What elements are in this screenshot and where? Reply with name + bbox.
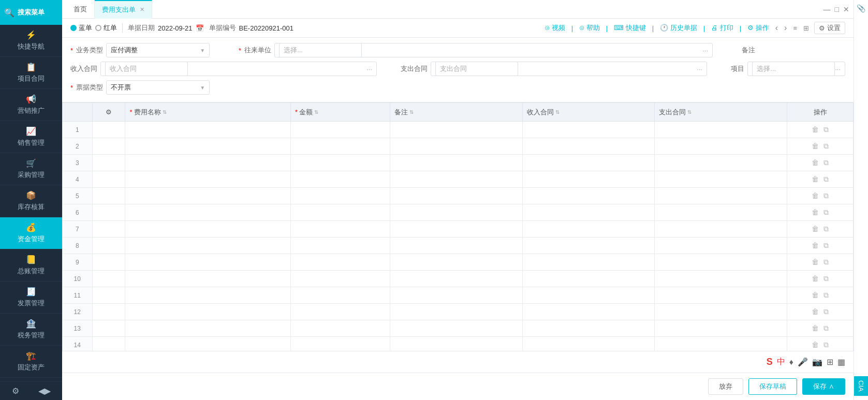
volume-icon[interactable]: ◀▶ [38, 386, 51, 396]
sidebar-item-marketing[interactable]: 📢 营销推广 [0, 89, 62, 121]
copy-icon[interactable]: ⧉ [823, 274, 829, 283]
discard-button[interactable]: 放弃 [708, 378, 743, 395]
row-expense[interactable] [655, 304, 787, 320]
table-row[interactable]: 4 🗑 ⧉ [63, 171, 854, 188]
brand-s-icon[interactable]: S [767, 357, 773, 367]
help-btn[interactable]: ⊙ 帮助 [579, 23, 600, 33]
tab-expense[interactable]: 费用支出单 ✕ [95, 0, 152, 19]
row-amount[interactable] [291, 155, 390, 171]
video-btn[interactable]: ⊙ 视频 [545, 23, 565, 33]
attachment-icon[interactable]: 📎 [857, 4, 865, 12]
copy-icon[interactable]: ⧉ [823, 307, 829, 316]
copy-icon[interactable]: ⧉ [823, 225, 829, 233]
biz-type-input[interactable]: 应付调整 ▼ [106, 43, 210, 57]
settings-icon[interactable]: ⚙ [12, 386, 19, 396]
row-income[interactable] [522, 304, 655, 320]
calendar-icon[interactable]: 📅 [196, 24, 204, 32]
row-expense[interactable] [655, 238, 787, 254]
row-remark[interactable] [390, 238, 522, 254]
zhong-icon[interactable]: 中 [777, 357, 785, 367]
row-amount[interactable] [291, 204, 390, 221]
row-name[interactable] [125, 221, 291, 238]
row-remark[interactable] [390, 254, 522, 271]
copy-icon[interactable]: ⧉ [823, 324, 829, 332]
expense-contract-input[interactable]: 支出合同 ··· [431, 62, 707, 76]
delete-icon[interactable]: 🗑 [812, 175, 819, 183]
shortcut-btn[interactable]: ⌨ 快捷键 [614, 23, 646, 33]
row-remark[interactable] [390, 171, 522, 188]
tab-close-icon[interactable]: ✕ [140, 6, 144, 13]
tab-home[interactable]: 首页 [66, 0, 95, 19]
view-grid-btn[interactable]: ⊞ [803, 24, 809, 32]
copy-icon[interactable]: ⧉ [823, 158, 829, 167]
row-remark[interactable] [390, 155, 522, 171]
row-name[interactable] [125, 188, 291, 204]
row-income[interactable] [522, 155, 655, 171]
nav-prev-btn[interactable]: ‹ [775, 23, 778, 33]
project-input[interactable]: 选择... ··· [747, 62, 845, 76]
copy-icon[interactable]: ⧉ [823, 191, 829, 200]
copy-icon[interactable]: ⧉ [823, 340, 829, 349]
row-remark[interactable] [390, 304, 522, 320]
copy-icon[interactable]: ⧉ [823, 125, 829, 134]
sidebar-item-assets[interactable]: 🏗️ 固定资产 [0, 346, 62, 378]
row-expense[interactable] [655, 204, 787, 221]
row-name[interactable] [125, 320, 291, 337]
maximize-button[interactable]: □ [835, 5, 839, 13]
setting-button[interactable]: ⚙ 设置 [814, 22, 845, 34]
row-name[interactable] [125, 122, 291, 138]
nav-next-btn[interactable]: › [784, 23, 787, 33]
row-expense[interactable] [655, 254, 787, 271]
delete-icon[interactable]: 🗑 [812, 258, 819, 266]
table-row[interactable]: 12 🗑 ⧉ [63, 304, 854, 320]
delete-icon[interactable]: 🗑 [812, 208, 819, 216]
operate-btn[interactable]: ⚙ 操作 [747, 23, 769, 33]
row-remark[interactable] [390, 221, 522, 238]
row-remark[interactable] [390, 337, 522, 351]
row-income[interactable] [522, 171, 655, 188]
sidebar-item-purchase[interactable]: 🛒 采购管理 [0, 153, 62, 185]
row-name[interactable] [125, 287, 291, 304]
row-name[interactable] [125, 304, 291, 320]
row-name[interactable] [125, 204, 291, 221]
row-expense[interactable] [655, 188, 787, 204]
row-income[interactable] [522, 122, 655, 138]
col-amount-header[interactable]: * 金额 ⇅ [291, 103, 390, 122]
row-income[interactable] [522, 221, 655, 238]
row-income[interactable] [522, 188, 655, 204]
delete-icon[interactable]: 🗑 [812, 158, 819, 167]
invoice-type-input[interactable]: 不开票 ▼ [106, 80, 210, 95]
table-row[interactable]: 9 🗑 ⧉ [63, 254, 854, 271]
row-income[interactable] [522, 254, 655, 271]
row-amount[interactable] [291, 304, 390, 320]
expense-dots[interactable]: ··· [697, 65, 702, 73]
row-amount[interactable] [291, 221, 390, 238]
income-dots[interactable]: ··· [366, 65, 372, 73]
row-name[interactable] [125, 271, 291, 287]
row-expense[interactable] [655, 221, 787, 238]
copy-icon[interactable]: ⧉ [823, 208, 829, 216]
camera-icon[interactable]: 📷 [812, 357, 822, 367]
col-remark-header[interactable]: 备注 ⇅ [390, 103, 522, 122]
table-row[interactable]: 5 🗑 ⧉ [63, 188, 854, 204]
income-contract-input[interactable]: 收入合同 ··· [100, 62, 377, 76]
delete-icon[interactable]: 🗑 [812, 340, 819, 349]
row-name[interactable] [125, 337, 291, 351]
col-name-header[interactable]: * 费用名称 ⇅ [125, 103, 291, 122]
blue-radio[interactable]: 蓝单 [70, 23, 92, 33]
row-expense[interactable] [655, 171, 787, 188]
table-row[interactable]: 3 🗑 ⧉ [63, 155, 854, 171]
row-remark[interactable] [390, 271, 522, 287]
row-income[interactable] [522, 320, 655, 337]
col-income-header[interactable]: 收入合同 ⇅ [522, 103, 655, 122]
sidebar-item-capital[interactable]: 💰 资金管理 [0, 217, 62, 249]
delete-icon[interactable]: 🗑 [812, 324, 819, 332]
table-row[interactable]: 13 🗑 ⧉ [63, 320, 854, 337]
row-income[interactable] [522, 271, 655, 287]
sidebar-item-inventory[interactable]: 📦 库存核算 [0, 185, 62, 217]
row-amount[interactable] [291, 287, 390, 304]
copy-icon[interactable]: ⧉ [823, 241, 829, 249]
row-amount[interactable] [291, 138, 390, 155]
row-amount[interactable] [291, 337, 390, 351]
delete-icon[interactable]: 🗑 [812, 191, 819, 200]
